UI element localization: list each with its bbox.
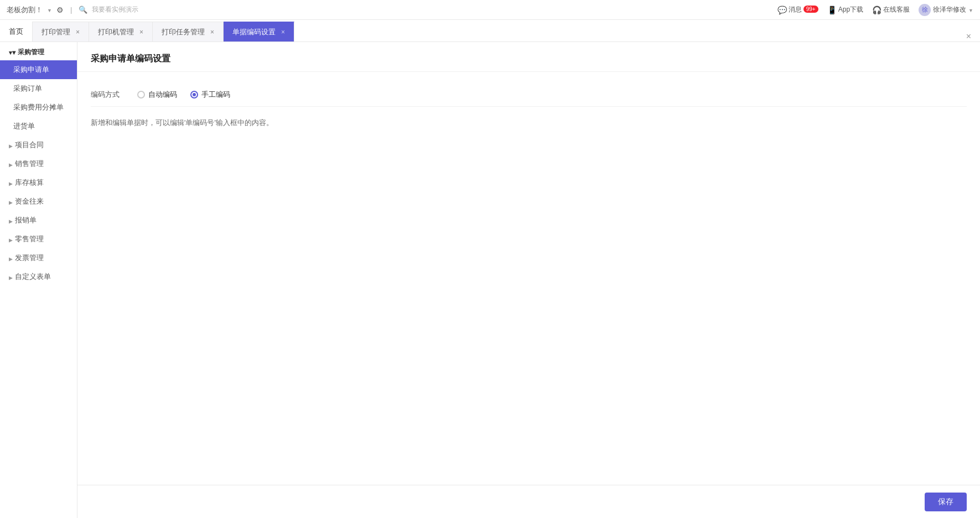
- tab-bar: 首页 打印管理 × 打印机管理 × 打印任务管理 × 单据编码设置 × ×: [0, 20, 980, 42]
- online-service-button[interactable]: 在线客服: [872, 5, 910, 14]
- sidebar-group-custom-form-label: 自定义表单: [15, 272, 51, 282]
- service-label: 在线客服: [883, 5, 910, 14]
- layout: ▾ 采购管理 采购申请单 采购订单 采购费用分摊单 进货单 项目合同 销售管理: [0, 42, 980, 518]
- sidebar-group-purchase-title[interactable]: ▾ 采购管理: [0, 42, 77, 60]
- sidebar-group-sales-label: 销售管理: [15, 159, 44, 169]
- user-chevron-icon: [968, 6, 973, 14]
- sidebar-group-project-label: 项目合同: [15, 140, 44, 150]
- sidebar-group-funds[interactable]: 资金往来: [0, 192, 77, 211]
- tab-document-code-label: 单据编码设置: [232, 27, 276, 37]
- tab-printer-management-label: 打印机管理: [98, 27, 134, 37]
- manual-encoding-option[interactable]: 手工编码: [190, 90, 230, 100]
- sidebar-group-invoice[interactable]: 发票管理: [0, 248, 77, 267]
- user-name: 徐泽华修改: [933, 5, 966, 14]
- chevron-right-icon: [9, 254, 13, 262]
- page-footer: 保存: [77, 485, 980, 518]
- chevron-right-icon: [9, 216, 13, 225]
- sidebar-group-purchase-label: 采购管理: [18, 48, 44, 57]
- auto-encoding-radio[interactable]: [137, 91, 145, 99]
- page-header: 采购申请单编码设置: [77, 42, 980, 72]
- sidebar-group-expense-claim[interactable]: 报销单: [0, 211, 77, 230]
- encoding-label: 编码方式: [91, 90, 124, 100]
- main-content: 采购申请单编码设置 编码方式 自动编码 手工编码 新增和编辑单据时，可以编辑'单…: [77, 42, 980, 518]
- auto-encoding-option[interactable]: 自动编码: [137, 90, 177, 100]
- top-bar: 老板勿割！ | 🔍 我要看实例演示 消息 99+ App下载 在线客服 徐 徐泽…: [0, 0, 980, 20]
- sidebar-item-purchase-expense[interactable]: 采购费用分摊单: [0, 98, 77, 117]
- sidebar-group-expense-claim-label: 报销单: [15, 215, 37, 225]
- app-download-button[interactable]: App下载: [827, 5, 863, 14]
- message-badge: 99+: [803, 6, 818, 13]
- tab-printer-management-close[interactable]: ×: [139, 28, 143, 36]
- avatar: 徐: [919, 4, 931, 16]
- page-title: 采购申请单编码设置: [91, 53, 967, 65]
- service-icon: [872, 6, 882, 14]
- app-icon: [827, 6, 837, 14]
- chevron-right-icon: [9, 198, 13, 206]
- brand-text: 老板勿割！: [7, 5, 43, 15]
- tab-print-task[interactable]: 打印任务管理 ×: [153, 22, 224, 42]
- save-button[interactable]: 保存: [925, 493, 967, 511]
- chevron-right-icon: [9, 141, 13, 149]
- sidebar-group-retail[interactable]: 零售管理: [0, 230, 77, 248]
- tab-print-management-close[interactable]: ×: [76, 28, 80, 36]
- search-placeholder-text: 我要看实例演示: [92, 5, 138, 14]
- manual-encoding-radio[interactable]: [190, 91, 198, 99]
- chevron-right-icon: [9, 160, 13, 168]
- tab-printer-management[interactable]: 打印机管理 ×: [89, 22, 153, 42]
- manual-encoding-label: 手工编码: [201, 90, 230, 100]
- sidebar-group-purchase: ▾ 采购管理 采购申请单 采购订单 采购费用分摊单 进货单: [0, 42, 77, 136]
- sidebar-group-sales[interactable]: 销售管理: [0, 154, 77, 173]
- main-close-button[interactable]: ×: [966, 32, 980, 42]
- auto-encoding-label: 自动编码: [148, 90, 177, 100]
- tab-document-code-close[interactable]: ×: [281, 28, 285, 36]
- top-bar-right: 消息 99+ App下载 在线客服 徐 徐泽华修改: [777, 4, 973, 16]
- chevron-right-icon: [9, 179, 13, 187]
- tab-print-management-label: 打印管理: [42, 27, 70, 37]
- message-label: 消息: [789, 5, 802, 14]
- sidebar-group-invoice-label: 发票管理: [15, 253, 44, 263]
- sidebar-item-purchase-request[interactable]: 采购申请单: [0, 60, 77, 79]
- sidebar-group-funds-label: 资金往来: [15, 196, 44, 206]
- search-icon: 🔍: [79, 6, 87, 14]
- sidebar-item-purchase-order[interactable]: 采购订单: [0, 79, 77, 98]
- app-label: App下载: [838, 5, 863, 14]
- tab-print-management[interactable]: 打印管理 ×: [33, 22, 89, 42]
- chevron-down-icon[interactable]: [47, 6, 52, 14]
- sidebar-group-inventory[interactable]: 库存核算: [0, 173, 77, 192]
- tab-print-task-close[interactable]: ×: [210, 28, 214, 36]
- tab-print-task-label: 打印任务管理: [162, 27, 205, 37]
- tab-home-label: 首页: [9, 27, 23, 37]
- user-menu[interactable]: 徐 徐泽华修改: [919, 4, 973, 16]
- tab-home[interactable]: 首页: [0, 22, 33, 42]
- content-body: 编码方式 自动编码 手工编码 新增和编辑单据时，可以编辑'单编码号'输入框中的内…: [77, 72, 980, 485]
- sidebar: ▾ 采购管理 采购申请单 采购订单 采购费用分摊单 进货单 项目合同 销售管理: [0, 42, 77, 518]
- chevron-right-icon: [9, 273, 13, 281]
- sidebar-group-inventory-label: 库存核算: [15, 178, 44, 188]
- sidebar-group-custom-form[interactable]: 自定义表单: [0, 267, 77, 286]
- settings-icon[interactable]: [56, 6, 64, 14]
- message-icon: [777, 6, 787, 14]
- top-bar-left: 老板勿割！ | 🔍 我要看实例演示: [7, 5, 138, 15]
- sidebar-group-project[interactable]: 项目合同: [0, 136, 77, 154]
- sidebar-item-stock-in[interactable]: 进货单: [0, 117, 77, 136]
- collapse-icon: ▾: [9, 49, 15, 56]
- hint-text: 新增和编辑单据时，可以编辑'单编码号'输入框中的内容。: [91, 118, 967, 128]
- chevron-right-icon: [9, 235, 13, 244]
- sidebar-group-retail-label: 零售管理: [15, 234, 44, 244]
- encoding-row: 编码方式 自动编码 手工编码: [91, 83, 967, 107]
- tab-document-code[interactable]: 单据编码设置 ×: [224, 22, 294, 42]
- message-button[interactable]: 消息 99+: [777, 5, 818, 14]
